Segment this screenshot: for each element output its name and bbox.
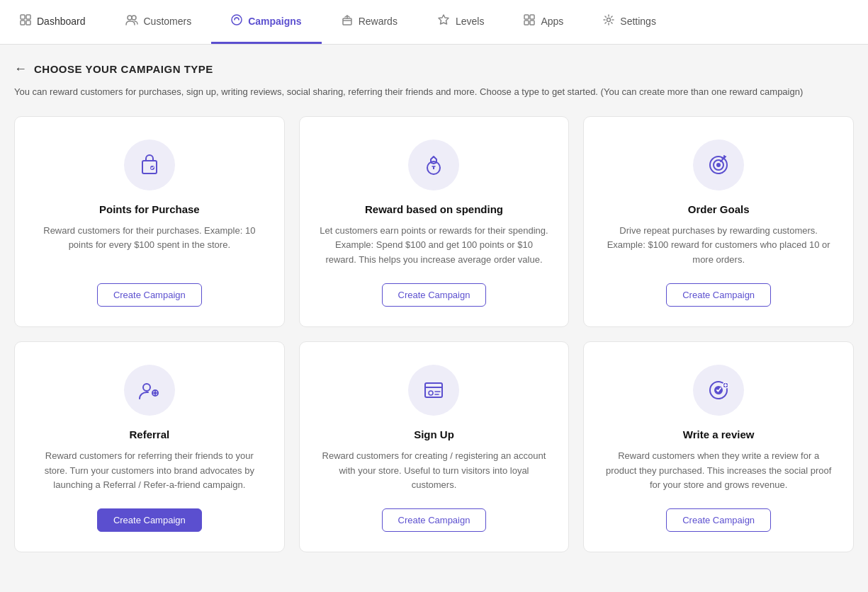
nav-item-settings[interactable]: Settings: [583, 0, 676, 44]
page-description: You can reward customers for purchases, …: [14, 85, 854, 99]
campaign-card-referral: Referral Reward customers for referring …: [14, 341, 285, 552]
rewards-icon: [342, 14, 353, 28]
nav-item-campaigns[interactable]: Campaigns: [211, 0, 321, 44]
nav-label-campaigns: Campaigns: [248, 16, 301, 27]
review-icon: [706, 377, 731, 403]
levels-icon: [437, 14, 450, 28]
card-icon-wrap-target: [693, 140, 744, 190]
svg-rect-2: [21, 21, 25, 25]
page-title: CHOOSE YOUR CAMPAIGN TYPE: [34, 63, 213, 75]
nav-item-dashboard[interactable]: Dashboard: [0, 0, 106, 44]
nav-label-customers: Customers: [144, 16, 192, 27]
card-title-referral: Referral: [129, 428, 169, 440]
svg-point-20: [143, 384, 150, 391]
campaign-card-reward-spending: Reward based on spending Let customers e…: [299, 116, 570, 327]
card-desc-referral: Reward customers for referring their fri…: [35, 449, 264, 493]
card-title-order-goals: Order Goals: [688, 203, 750, 215]
svg-rect-13: [142, 161, 157, 173]
apps-icon: [524, 14, 535, 28]
campaigns-icon: [231, 14, 242, 28]
campaign-card-order-goals: Order Goals Drive repeat purchases by re…: [583, 116, 854, 327]
campaign-card-review: Write a review Reward customers when the…: [583, 341, 854, 552]
referral-icon: [137, 377, 162, 403]
nav-item-levels[interactable]: Levels: [417, 0, 504, 44]
svg-point-4: [128, 16, 132, 20]
svg-point-23: [429, 391, 433, 395]
main-content: ← CHOOSE YOUR CAMPAIGN TYPE You can rewa…: [0, 45, 868, 569]
nav-item-rewards[interactable]: Rewards: [322, 0, 417, 44]
customers-icon: [125, 14, 138, 28]
card-desc-points: Reward customers for their purchases. Ex…: [35, 224, 264, 268]
nav-label-rewards: Rewards: [359, 16, 398, 27]
card-title-signup: Sign Up: [414, 428, 454, 440]
target-icon: [706, 152, 731, 178]
card-title-points: Points for Purchase: [99, 203, 200, 215]
signup-icon: [421, 377, 446, 403]
card-icon-wrap-points: [124, 140, 175, 190]
create-campaign-button-review[interactable]: Create Campaign: [666, 508, 771, 532]
medal-icon: [421, 152, 446, 178]
nav-item-customers[interactable]: Customers: [106, 0, 212, 44]
create-campaign-button-signup[interactable]: Create Campaign: [382, 508, 487, 532]
campaign-grid: Points for Purchase Reward customers for…: [14, 116, 854, 553]
settings-icon: [603, 14, 614, 28]
page-header: ← CHOOSE YOUR CAMPAIGN TYPE: [14, 62, 854, 76]
card-icon-wrap-review: [693, 365, 744, 416]
svg-rect-1: [26, 15, 30, 19]
svg-rect-11: [530, 21, 534, 25]
nav-label-settings: Settings: [620, 16, 656, 27]
svg-point-5: [132, 16, 136, 20]
card-icon-wrap-referral: [124, 365, 175, 416]
create-campaign-button-reward-spending[interactable]: Create Campaign: [382, 283, 487, 307]
create-campaign-button-order-goals[interactable]: Create Campaign: [666, 283, 771, 307]
svg-rect-0: [21, 15, 25, 19]
svg-point-6: [232, 15, 242, 25]
card-desc-review: Reward customers when they write a revie…: [604, 449, 833, 493]
svg-rect-7: [343, 18, 351, 25]
svg-rect-8: [524, 15, 529, 19]
card-title-review: Write a review: [683, 428, 755, 440]
nav-label-apps: Apps: [541, 16, 563, 27]
back-button[interactable]: ←: [14, 62, 27, 76]
svg-rect-10: [524, 21, 529, 25]
svg-rect-9: [530, 15, 534, 19]
svg-point-19: [716, 163, 721, 167]
campaign-card-signup: Sign Up Reward customers for creating / …: [299, 341, 570, 552]
card-icon-wrap-medal: [408, 140, 459, 190]
nav-label-dashboard: Dashboard: [37, 16, 86, 27]
dashboard-icon: [20, 14, 31, 28]
nav-bar: Dashboard Customers Campaigns Rewards Le…: [0, 0, 868, 45]
card-desc-order-goals: Drive repeat purchases by rewarding cust…: [604, 224, 833, 268]
nav-item-apps[interactable]: Apps: [504, 0, 583, 44]
create-campaign-button-points[interactable]: Create Campaign: [97, 283, 202, 307]
svg-rect-3: [26, 21, 30, 25]
shopping-bag-icon: [137, 152, 162, 178]
svg-point-12: [607, 18, 611, 21]
create-campaign-button-referral[interactable]: Create Campaign: [97, 508, 202, 532]
nav-label-levels: Levels: [456, 16, 484, 27]
svg-rect-22: [425, 383, 442, 397]
card-title-reward-spending: Reward based on spending: [365, 203, 503, 215]
card-desc-signup: Reward customers for creating / register…: [320, 449, 549, 493]
card-icon-wrap-signup: [408, 365, 459, 416]
card-desc-reward-spending: Let customers earn points or rewards for…: [320, 224, 549, 268]
campaign-card-points-for-purchase: Points for Purchase Reward customers for…: [14, 116, 285, 327]
